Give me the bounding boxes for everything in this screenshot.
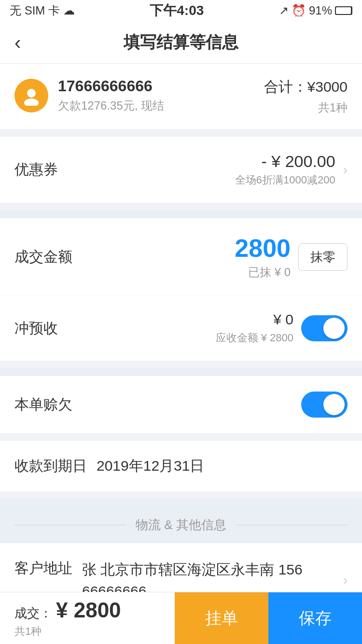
chevron-right-icon: › <box>343 162 348 178</box>
deal-amount-right: 2800 已抹 ¥ 0 抹零 <box>72 234 348 280</box>
divider-3 <box>0 499 362 507</box>
status-right: ↗ ⏰ 91% <box>279 4 352 17</box>
debt-toggle[interactable] <box>301 392 348 418</box>
hang-button[interactable]: 挂单 <box>175 592 268 644</box>
toggle-knob <box>323 318 345 339</box>
due-date-label: 收款到期日 <box>14 456 87 476</box>
coupon-label: 优惠券 <box>14 160 58 180</box>
content-area: 17666666666 欠款1276.35元, 现结 合计：¥3000 共1种 … <box>0 64 362 644</box>
prepayment-right: ¥ 0 应收金额 ¥ 2800 <box>58 311 348 345</box>
debt-label: 本单赊欠 <box>14 395 72 415</box>
status-time: 下午4:03 <box>150 1 204 20</box>
prepayment-toggle[interactable] <box>301 315 348 341</box>
coupon-row[interactable]: 优惠券 - ¥ 200.00 全场6折满1000减200 › <box>0 137 362 203</box>
deal-amount-value-wrap: 2800 已抹 ¥ 0 <box>235 234 291 280</box>
coupon-value-wrap: - ¥ 200.00 全场6折满1000减200 <box>235 152 335 187</box>
sep-line-right <box>236 525 348 525</box>
deal-amount-value: 2800 <box>235 234 291 263</box>
address-label: 客户地址 <box>14 559 72 578</box>
logistics-separator: 物流 & 其他信息 <box>0 507 362 543</box>
prepayment-label: 冲预收 <box>14 319 58 338</box>
divider-1 <box>0 210 362 218</box>
due-date-value: 2019年12月31日 <box>97 456 204 476</box>
bottom-deal-amount: ¥ 2800 <box>56 598 121 622</box>
logistics-sep-text: 物流 & 其他信息 <box>136 517 226 533</box>
bottom-deal: 成交： ¥ 2800 <box>14 598 160 622</box>
status-left: 无 SIM 卡 ☁ <box>10 3 75 18</box>
bottom-count: 共1种 <box>14 624 160 639</box>
due-date-row: 收款到期日 2019年12月31日 <box>0 441 362 491</box>
coupon-desc: 全场6折满1000减200 <box>235 173 335 187</box>
customer-phone: 17666666666 <box>58 77 164 95</box>
address-chevron-icon: › <box>343 573 348 588</box>
coupon-right: - ¥ 200.00 全场6折满1000减200 › <box>58 152 348 187</box>
back-button[interactable]: ‹ <box>14 33 21 52</box>
customer-debt: 欠款1276.35元, 现结 <box>58 98 164 113</box>
save-button[interactable]: 保存 <box>268 592 362 644</box>
prepayment-row: 冲预收 ¥ 0 应收金额 ¥ 2800 <box>0 296 362 361</box>
debt-row: 本单赊欠 <box>0 376 362 433</box>
debt-right <box>72 392 348 418</box>
bottom-bar: 成交： ¥ 2800 共1种 挂单 保存 <box>0 592 362 644</box>
customer-total: 合计：¥3000 共1种 <box>264 77 348 115</box>
erased-amount: 已抹 ¥ 0 <box>235 265 291 280</box>
prepayment-value-wrap: ¥ 0 应收金额 ¥ 2800 <box>216 311 293 345</box>
svg-point-1 <box>24 98 39 106</box>
coupon-amount: - ¥ 200.00 <box>235 152 335 171</box>
deal-amount-section: 成交金额 2800 已抹 ¥ 0 抹零 冲预收 ¥ 0 应收金额 ¥ 2800 <box>0 218 362 361</box>
round-zero-button[interactable]: 抹零 <box>298 243 348 271</box>
total-amount: 合计：¥3000 <box>264 77 348 97</box>
customer-card: 17666666666 欠款1276.35元, 现结 合计：¥3000 共1种 <box>0 64 362 129</box>
page-title: 填写结算等信息 <box>124 31 238 54</box>
coupon-section: 优惠券 - ¥ 200.00 全场6折满1000减200 › <box>0 137 362 203</box>
nav-bar: ‹ 填写结算等信息 <box>0 21 362 64</box>
bottom-summary: 成交： ¥ 2800 共1种 <box>0 598 175 639</box>
location-icon: ↗ <box>279 4 289 17</box>
bottom-deal-label: 成交： <box>14 605 52 622</box>
status-bar: 无 SIM 卡 ☁ 下午4:03 ↗ ⏰ 91% <box>0 0 362 21</box>
customer-info: 17666666666 欠款1276.35元, 现结 <box>58 77 164 113</box>
sim-status: 无 SIM 卡 ☁ <box>10 3 75 18</box>
customer-left: 17666666666 欠款1276.35元, 现结 <box>14 77 164 113</box>
battery-status: 91% <box>309 4 332 17</box>
avatar <box>14 79 48 112</box>
prepayment-amount: ¥ 0 <box>273 311 293 328</box>
total-count: 共1种 <box>264 100 348 115</box>
deal-amount-label: 成交金额 <box>14 247 72 267</box>
prepayment-sub: 应收金额 ¥ 2800 <box>216 331 293 345</box>
svg-point-0 <box>27 89 36 98</box>
sep-line-left <box>14 525 126 525</box>
debt-section: 本单赊欠 <box>0 376 362 433</box>
debt-toggle-knob <box>323 394 345 415</box>
deal-amount-row: 成交金额 2800 已抹 ¥ 0 抹零 <box>0 218 362 296</box>
divider-2 <box>0 368 362 376</box>
alarm-icon: ⏰ <box>292 4 306 17</box>
battery-icon <box>335 6 352 15</box>
